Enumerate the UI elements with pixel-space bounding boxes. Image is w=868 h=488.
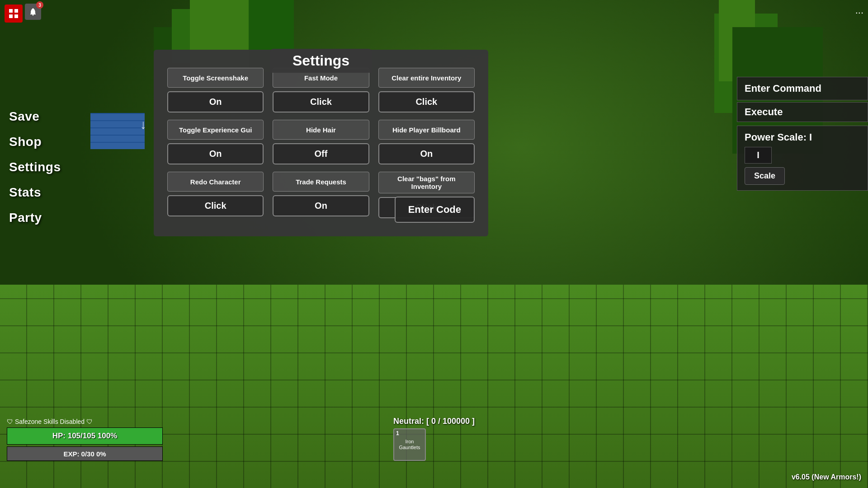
settings-title: Settings [270, 49, 372, 73]
toggle-screenshake-button[interactable]: On [167, 91, 264, 113]
command-label: Enter Command [745, 83, 821, 94]
item-slot[interactable]: 1 Iron Gauntlets [393, 428, 426, 461]
trade-requests-label: Trade Requests [273, 172, 369, 192]
toggle-exp-gui-button[interactable]: On [167, 143, 264, 164]
blue-wall [90, 113, 145, 149]
hp-bar: HP: 105/105 100% [7, 427, 163, 445]
more-options-button[interactable]: ... [855, 5, 863, 16]
scale-button[interactable]: Scale [745, 167, 785, 185]
item-name: Iron Gauntlets [394, 439, 425, 450]
nav-stats-button[interactable]: Stats [0, 180, 95, 205]
setting-cell-toggle-screenshake: Toggle Screenshake On [167, 68, 264, 113]
character-arrow: ↓ [140, 117, 146, 132]
setting-cell-hide-player-billboard: Hide Player Billboard On [378, 120, 475, 164]
enter-code-button[interactable]: Enter Code [395, 197, 475, 223]
nav-save-button[interactable]: Save [0, 104, 95, 129]
setting-cell-clear-inventory: Clear entire Inventory Click [378, 68, 475, 113]
hide-hair-label: Hide Hair [273, 120, 369, 140]
item-count: 1 [396, 430, 399, 436]
hp-text: HP: 105/105 100% [52, 432, 118, 441]
svg-rect-0 [9, 9, 13, 13]
notification-icon[interactable]: 3 [25, 4, 41, 20]
svg-rect-1 [14, 9, 18, 13]
power-scale-label: Power Scale: I [745, 131, 860, 143]
svg-point-4 [33, 14, 34, 16]
setting-cell-hide-hair: Hide Hair Off [273, 120, 369, 164]
fast-mode-button[interactable]: Click [273, 91, 369, 113]
setting-cell-trade-requests: Trade Requests On [273, 172, 369, 218]
command-box: Enter Command [737, 77, 868, 100]
notif-count: 3 [36, 1, 43, 9]
nav-party-button[interactable]: Party [0, 205, 95, 230]
version-text: v6.05 (New Armors!) [792, 473, 861, 481]
redo-character-label: Redo Character [167, 172, 264, 192]
right-panel: Enter Command Execute Power Scale: I Sca… [737, 77, 868, 191]
setting-cell-toggle-exp-gui: Toggle Experience Gui On [167, 120, 264, 164]
notification-badge[interactable]: 3 [25, 4, 41, 20]
settings-modal: Toggle Screenshake On Fast Mode Click Cl… [154, 50, 488, 236]
shield-icon-right: 🛡 [86, 418, 93, 425]
shield-icon: 🛡 [7, 418, 13, 425]
redo-character-button[interactable]: Click [167, 195, 264, 216]
exp-bar: EXP: 0/30 0% [7, 446, 163, 461]
left-nav: Save Shop Settings Stats Party [0, 104, 95, 230]
svg-rect-2 [9, 14, 13, 18]
roblox-logo[interactable] [5, 5, 23, 23]
power-scale-box: Power Scale: I Scale [737, 126, 868, 191]
neutral-text: Neutral: [ 0 / 100000 ] [393, 417, 475, 426]
toggle-exp-gui-label: Toggle Experience Gui [167, 120, 264, 140]
safezone-text: 🛡 Safezone Skills Disabled 🛡 [7, 418, 163, 425]
trade-requests-button[interactable]: On [273, 195, 369, 216]
exp-text: EXP: 0/30 0% [63, 450, 106, 458]
settings-title-bar: Settings [154, 49, 488, 73]
clear-inventory-button[interactable]: Click [378, 91, 475, 113]
nav-settings-button[interactable]: Settings [0, 155, 95, 180]
settings-grid: Toggle Screenshake On Fast Mode Click Cl… [167, 68, 475, 218]
hide-player-billboard-label: Hide Player Billboard [378, 120, 475, 140]
power-scale-input[interactable] [745, 147, 772, 164]
hide-hair-button[interactable]: Off [273, 143, 369, 164]
clear-bags-label: Clear "bags" from Inventory [378, 172, 475, 193]
setting-cell-fast-mode: Fast Mode Click [273, 68, 369, 113]
hide-player-billboard-button[interactable]: On [378, 143, 475, 164]
center-bottom-hud: Neutral: [ 0 / 100000 ] 1 Iron Gauntlets [393, 417, 475, 461]
svg-rect-3 [14, 14, 18, 18]
setting-cell-redo-character: Redo Character Click [167, 172, 264, 218]
bottom-hud: 🛡 Safezone Skills Disabled 🛡 HP: 105/105… [7, 418, 163, 461]
execute-button[interactable]: Execute [737, 102, 868, 122]
nav-shop-button[interactable]: Shop [0, 129, 95, 155]
